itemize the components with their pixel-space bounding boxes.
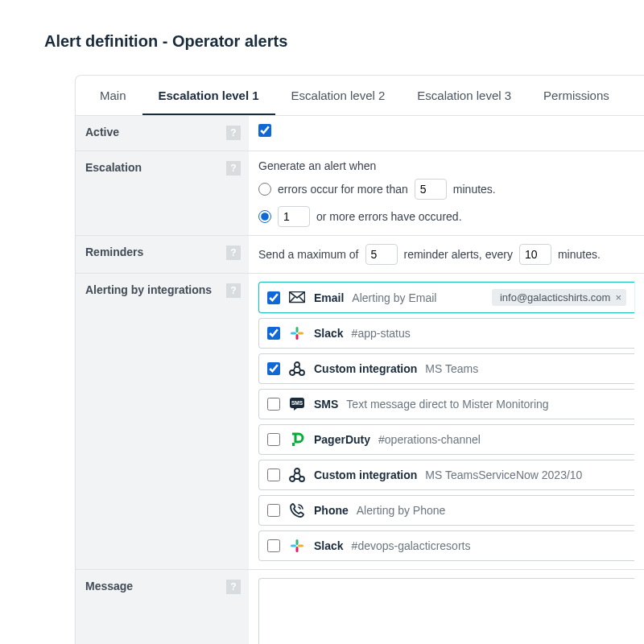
tab-escalation-level-2[interactable]: Escalation level 2 — [275, 76, 402, 115]
label-escalation-text: Escalation — [85, 161, 142, 174]
content-message — [249, 570, 644, 644]
label-active: Active ? — [76, 116, 249, 151]
reminders-pre: Send a maximum of — [258, 248, 359, 261]
svg-rect-1 — [296, 327, 299, 332]
integration-checkbox[interactable] — [267, 469, 280, 481]
message-textarea[interactable] — [258, 578, 634, 644]
content-integrations: EmailAlerting by Emailinfo@galacticshirt… — [249, 274, 644, 569]
reminders-every-input[interactable] — [519, 244, 551, 265]
label-message-text: Message — [85, 580, 133, 592]
row-escalation: Escalation ? Generate an alert when erro… — [76, 151, 644, 236]
help-icon[interactable]: ? — [226, 126, 241, 140]
integration-checkbox[interactable] — [267, 433, 280, 446]
reminders-mid: reminder alerts, every — [404, 248, 513, 261]
integration-row-sms-3[interactable]: SMSSMSText message direct to Mister Moni… — [258, 389, 634, 419]
label-integrations: Alerting by integrations ? — [76, 274, 249, 569]
tab-escalation-level-1[interactable]: Escalation level 1 — [142, 76, 275, 115]
help-icon[interactable]: ? — [226, 246, 241, 260]
label-integrations-text: Alerting by integrations — [85, 283, 212, 296]
pagerduty-icon — [288, 431, 306, 448]
help-icon[interactable]: ? — [226, 283, 241, 298]
svg-rect-15 — [298, 545, 303, 547]
escalation-count-input[interactable] — [278, 206, 310, 227]
integration-sub: #app-status — [352, 327, 411, 340]
tab-escalation-level-3[interactable]: Escalation level 3 — [401, 76, 527, 115]
email-icon — [288, 290, 306, 306]
tab-permissions[interactable]: Permissions — [527, 76, 625, 115]
svg-rect-4 — [291, 332, 296, 335]
chip-text: info@galacticshirts.com — [500, 291, 610, 303]
page-title: Alert definition - Operator alerts — [44, 32, 644, 51]
row-message: Message ? — [76, 570, 644, 644]
integration-sub: #operations-channel — [378, 433, 481, 446]
svg-rect-10 — [292, 443, 295, 446]
integration-checkbox[interactable] — [267, 504, 280, 517]
integration-checkbox[interactable] — [267, 291, 280, 304]
slack-icon — [288, 538, 306, 554]
integration-row-slack-7[interactable]: Slack#devops-galacticresorts — [258, 530, 634, 561]
row-integrations: Alerting by integrations ? EmailAlerting… — [76, 274, 644, 570]
svg-rect-3 — [296, 334, 299, 340]
integration-checkbox[interactable] — [267, 539, 280, 552]
integration-row-custom-2[interactable]: Custom integrationMS Teams — [258, 353, 634, 384]
integration-name: Slack — [314, 539, 344, 552]
chip-remove-icon[interactable]: × — [615, 291, 621, 303]
escalation-radio-count[interactable] — [258, 210, 271, 223]
integration-name: Phone — [314, 504, 349, 517]
content-active — [249, 116, 644, 151]
integration-sub: Alerting by Email — [352, 291, 436, 304]
integration-checkbox[interactable] — [267, 327, 280, 340]
row-reminders: Reminders ? Send a maximum of reminder a… — [76, 236, 644, 274]
integration-checkbox[interactable] — [267, 398, 280, 411]
label-reminders: Reminders ? — [76, 236, 249, 273]
integration-name: Custom integration — [314, 469, 417, 481]
integration-checkbox[interactable] — [267, 362, 280, 375]
integration-row-custom-5[interactable]: Custom integrationMS TeamsServiceNow 202… — [258, 460, 634, 490]
tabs-bar: MainEscalation level 1Escalation level 2… — [76, 76, 644, 116]
custom-icon — [288, 361, 306, 377]
escalation-lead: Generate an alert when — [258, 159, 634, 172]
svg-text:SMS: SMS — [291, 400, 303, 406]
escalation-opt2-post: or more errors have occured. — [316, 210, 462, 223]
integration-sub: Alerting by Phone — [357, 504, 446, 517]
svg-rect-16 — [296, 547, 299, 552]
integration-row-slack-1[interactable]: Slack#app-status — [258, 318, 634, 349]
svg-rect-17 — [291, 545, 296, 547]
integration-name: SMS — [314, 398, 338, 411]
content-escalation: Generate an alert when errors occur for … — [249, 151, 644, 235]
svg-rect-14 — [296, 539, 299, 545]
slack-icon — [288, 325, 306, 341]
svg-point-6 — [290, 370, 295, 375]
integration-sub: Text message direct to Mister Monitoring — [346, 398, 548, 411]
tab-main[interactable]: Main — [84, 76, 142, 115]
phone-icon — [288, 502, 306, 518]
integration-name: PagerDuty — [314, 433, 370, 446]
svg-rect-2 — [298, 332, 303, 335]
active-checkbox[interactable] — [258, 124, 271, 137]
label-escalation: Escalation ? — [76, 151, 249, 235]
integration-row-pagerduty-4[interactable]: PagerDuty#operations-channel — [258, 424, 634, 455]
integration-sub: MS TeamsServiceNow 2023/10 — [425, 469, 582, 481]
label-active-text: Active — [85, 126, 119, 138]
svg-point-12 — [290, 477, 295, 481]
integration-name: Custom integration — [314, 362, 417, 375]
integration-row-email-0[interactable]: EmailAlerting by Emailinfo@galacticshirt… — [258, 282, 634, 313]
integration-list: EmailAlerting by Emailinfo@galacticshirt… — [258, 282, 634, 561]
help-icon[interactable]: ? — [226, 580, 241, 594]
escalation-radio-duration[interactable] — [258, 183, 271, 196]
escalation-opt1-pre: errors occur for more than — [278, 183, 408, 196]
recipient-chip[interactable]: info@galacticshirts.com× — [492, 289, 626, 306]
custom-icon — [288, 467, 306, 483]
reminders-max-input[interactable] — [365, 244, 398, 265]
integration-sub: MS Teams — [425, 362, 478, 375]
escalation-opt1-post: minutes. — [453, 183, 496, 196]
settings-panel: MainEscalation level 1Escalation level 2… — [75, 75, 644, 644]
help-icon[interactable]: ? — [226, 161, 241, 175]
row-active: Active ? — [76, 116, 644, 151]
integration-row-phone-6[interactable]: PhoneAlerting by Phone — [258, 495, 634, 526]
label-reminders-text: Reminders — [85, 246, 143, 258]
integration-name: Slack — [314, 327, 344, 340]
integration-name: Email — [314, 291, 344, 304]
svg-point-13 — [299, 477, 304, 481]
escalation-duration-input[interactable] — [415, 179, 447, 200]
